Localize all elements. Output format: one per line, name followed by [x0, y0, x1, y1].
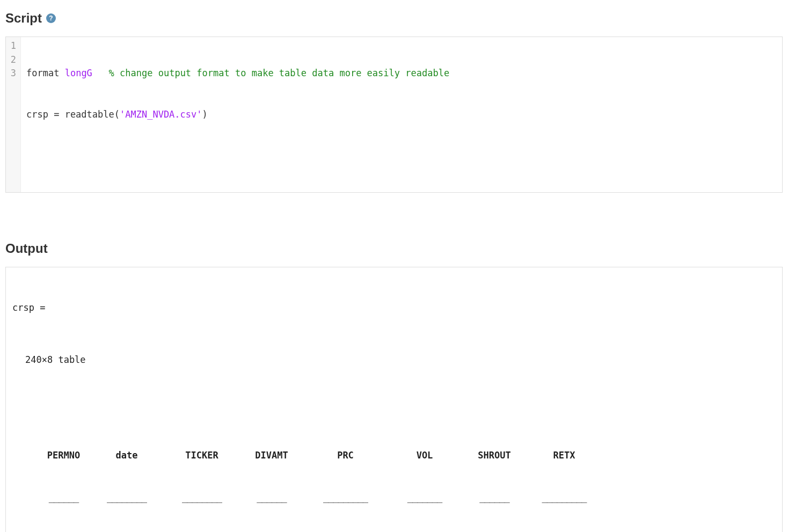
output-varname: crsp = [12, 301, 776, 315]
code-token: ) [202, 109, 208, 120]
code-token: crsp = readtable( [26, 109, 120, 120]
col-underline: ______ [239, 491, 304, 505]
output-heading-text: Output [5, 241, 48, 256]
col-header-date: date [89, 448, 164, 462]
code-token: format [26, 68, 59, 78]
table-underline-row: ______ ________ ________ ______ ________… [38, 491, 776, 505]
editor-content[interactable]: format longG % change output format to m… [21, 37, 782, 192]
line-number: 1 [10, 39, 16, 53]
line-number: 3 [10, 67, 16, 81]
output-table: PERMNO date TICKER DIVAMT PRC VOL SHROUT… [38, 420, 776, 532]
script-heading: Script ? [5, 11, 783, 26]
col-header-ticker: TICKER [164, 448, 239, 462]
output-panel: crsp = 240×8 table PERMNO date TICKER DI… [5, 267, 783, 533]
col-underline: ______ [462, 491, 527, 505]
col-header-shrout: SHROUT [462, 448, 527, 462]
col-header-retx: RETX [527, 448, 602, 462]
code-token-string: 'AMZN_NVDA.csv' [120, 109, 202, 120]
col-underline: ______ [38, 491, 89, 505]
code-line-1: format longG % change output format to m… [26, 67, 777, 81]
output-heading: Output [5, 241, 783, 256]
code-line-3 [26, 149, 777, 163]
code-token-comment: % change output format to make table dat… [109, 68, 450, 78]
col-underline: _________ [304, 491, 387, 505]
col-underline: _________ [527, 491, 602, 505]
line-number: 2 [10, 53, 16, 67]
col-underline: ________ [89, 491, 164, 505]
col-header-prc: PRC [304, 448, 387, 462]
col-underline: _______ [387, 491, 462, 505]
col-header-vol: VOL [387, 448, 462, 462]
code-editor[interactable]: 1 2 3 format longG % change output forma… [5, 37, 783, 193]
col-header-permno: PERMNO [38, 448, 89, 462]
editor-gutter: 1 2 3 [6, 37, 21, 192]
help-icon[interactable]: ? [46, 13, 56, 23]
code-line-2: crsp = readtable('AMZN_NVDA.csv') [26, 108, 777, 122]
table-header-row: PERMNO date TICKER DIVAMT PRC VOL SHROUT… [38, 448, 776, 462]
col-header-divamt: DIVAMT [239, 448, 304, 462]
code-token-keyword: longG [65, 68, 92, 78]
output-dims: 240×8 table [25, 353, 776, 367]
col-underline: ________ [164, 491, 239, 505]
script-heading-text: Script [5, 11, 42, 26]
